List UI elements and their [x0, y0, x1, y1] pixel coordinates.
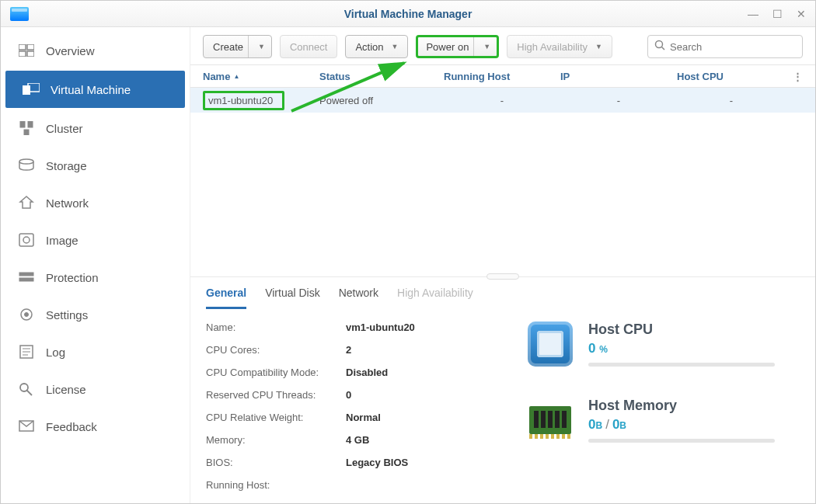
detail-properties: Name:vm1-ubuntu20 CPU Cores:2 CPU Compat… [206, 322, 509, 494]
v-cores: 2 [346, 344, 351, 356]
sidebar-label: Virtual Machine [51, 83, 131, 96]
create-button[interactable]: Create ▼ [203, 35, 272, 58]
high-availability-button[interactable]: High Availability ▼ [507, 35, 612, 58]
chevron-down-icon: ▼ [483, 43, 490, 50]
v-mem: 4 GB [346, 434, 369, 446]
search-input[interactable] [670, 41, 796, 53]
action-button[interactable]: Action ▼ [345, 35, 408, 58]
power-on-button[interactable]: Power on ▼ [416, 35, 499, 58]
minimize-button[interactable]: — [748, 8, 758, 20]
column-menu-icon[interactable]: ⋮ [793, 71, 803, 82]
sidebar-item-feedback[interactable]: Feedback [1, 408, 190, 445]
sidebar-label: Storage [46, 159, 87, 172]
license-icon [18, 382, 35, 396]
th-status[interactable]: Status [319, 71, 444, 82]
svg-line-22 [26, 390, 32, 395]
host-memory-value: 0B/0B [588, 417, 775, 433]
tab-high-availability[interactable]: High Availability [397, 287, 473, 309]
th-name[interactable]: Name▲ [203, 71, 319, 82]
vm-status-cell: Powered off [319, 95, 444, 106]
svg-rect-2 [19, 51, 26, 57]
toolbar: Create ▼ Connect Action ▼ Power on ▼ Hig… [190, 27, 815, 64]
connect-button[interactable]: Connect [280, 35, 337, 58]
v-name: vm1-ubuntu20 [346, 322, 415, 333]
app-icon [10, 7, 29, 21]
maximize-button[interactable]: ☐ [772, 8, 783, 20]
k-name: Name: [206, 322, 346, 333]
k-rhost: Running Host: [206, 479, 346, 491]
th-running-host[interactable]: Running Host [444, 71, 560, 82]
svg-line-25 [662, 47, 665, 50]
search-box[interactable] [647, 35, 803, 58]
sidebar-item-image[interactable]: Image [1, 221, 190, 259]
th-host-cpu[interactable]: Host CPU [677, 71, 786, 82]
sidebar-item-license[interactable]: License [1, 370, 190, 408]
sidebar-item-network[interactable]: Network [1, 184, 190, 221]
resize-grip[interactable] [486, 273, 519, 280]
connect-label: Connect [290, 41, 327, 53]
host-cpu-title: Host CPU [588, 322, 775, 338]
k-compat: CPU Compatibility Mode: [206, 367, 346, 378]
sidebar-label: Cluster [46, 122, 83, 135]
image-icon [18, 233, 35, 247]
tab-network[interactable]: Network [339, 287, 378, 309]
k-mem: Memory: [206, 434, 346, 446]
feedback-icon [18, 419, 35, 433]
sidebar-label: Feedback [46, 420, 97, 433]
sidebar-item-cluster[interactable]: Cluster [1, 109, 190, 147]
sort-asc-icon: ▲ [233, 73, 239, 80]
detail-tabs: General Virtual Disk Network High Availa… [190, 277, 815, 309]
svg-rect-0 [19, 44, 26, 50]
cpu-icon [528, 322, 573, 367]
sidebar-label: Protection [46, 271, 99, 284]
sidebar-item-settings[interactable]: Settings [1, 296, 190, 333]
chevron-down-icon: ▼ [258, 43, 265, 50]
close-button[interactable]: ✕ [797, 8, 806, 20]
action-label: Action [355, 41, 383, 53]
sidebar-item-virtual-machine[interactable]: Virtual Machine [5, 71, 185, 108]
v-rthreads: 0 [346, 389, 351, 401]
svg-point-24 [656, 41, 663, 48]
k-weight: CPU Relative Weight: [206, 412, 346, 423]
protection-icon [18, 270, 35, 284]
table-row[interactable]: vm1-ubuntu20 Powered off - - - [190, 88, 815, 113]
host-cpu-value: 0 % [588, 341, 775, 356]
svg-rect-7 [28, 121, 33, 127]
tab-virtual-disk[interactable]: Virtual Disk [265, 287, 320, 309]
k-rthreads: Reserved CPU Threads: [206, 389, 346, 401]
sidebar-label: Overview [46, 44, 95, 57]
svg-point-9 [19, 159, 33, 164]
sidebar-label: Network [46, 196, 89, 210]
sidebar-label: License [46, 383, 86, 396]
storage-icon [18, 158, 35, 172]
svg-point-12 [23, 237, 30, 243]
titlebar: Virtual Machine Manager — ☐ ✕ [1, 1, 815, 27]
create-label: Create [213, 41, 243, 53]
svg-rect-6 [20, 121, 25, 127]
svg-marker-10 [20, 196, 33, 208]
detail-stats: Host CPU 0 % Host Memory 0B/0B [528, 322, 800, 494]
sidebar-item-storage[interactable]: Storage [1, 147, 190, 184]
table-header: Name▲ Status Running Host IP Host CPU ⋮ [190, 64, 815, 88]
sidebar-label: Image [46, 234, 78, 247]
chevron-down-icon: ▼ [595, 43, 602, 50]
sidebar-item-protection[interactable]: Protection [1, 259, 190, 296]
search-icon [654, 40, 665, 54]
network-icon [18, 196, 35, 210]
th-ip[interactable]: IP [560, 71, 677, 82]
sidebar-item-overview[interactable]: Overview [1, 32, 190, 69]
v-weight: Normal [346, 412, 381, 423]
overview-icon [18, 43, 35, 57]
tab-general[interactable]: General [206, 287, 246, 309]
sidebar-item-log[interactable]: Log [1, 333, 190, 370]
vm-name-cell: vm1-ubuntu20 [203, 91, 284, 110]
power-on-label: Power on [426, 41, 469, 53]
svg-point-16 [25, 313, 29, 317]
svg-rect-3 [27, 51, 34, 57]
vm-icon [23, 82, 40, 96]
svg-rect-13 [19, 273, 33, 276]
host-memory-bar [588, 439, 775, 443]
svg-rect-4 [23, 85, 30, 95]
ha-label: High Availability [517, 41, 588, 53]
host-memory-title: Host Memory [588, 398, 775, 414]
